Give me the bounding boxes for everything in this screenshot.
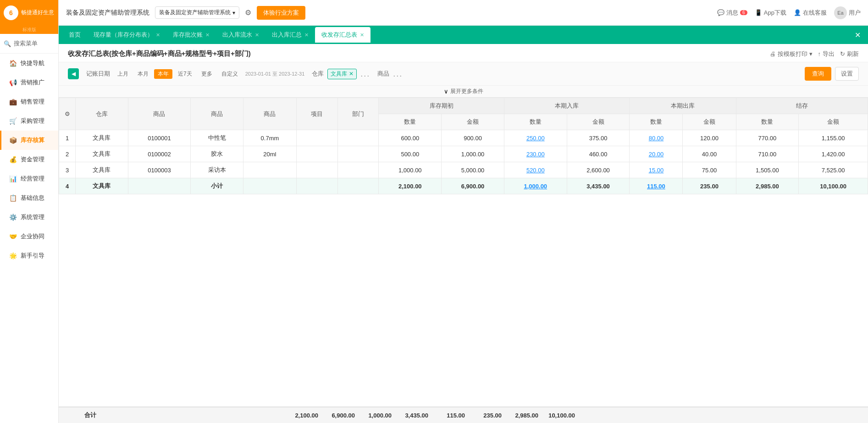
- sidebar-item-label: 系统管理: [21, 213, 44, 221]
- tab-receipt-summary[interactable]: 收发存汇总表 ✕: [315, 27, 370, 43]
- row-out-qty[interactable]: 80.00: [630, 130, 683, 146]
- row-in-qty[interactable]: 250.00: [504, 130, 567, 146]
- goods-filter-section: 商品 ...: [377, 69, 403, 79]
- online-service-button[interactable]: 👤 在线客服: [794, 9, 827, 17]
- col-opening-qty-header: 数量: [379, 114, 442, 130]
- online-service-label: 在线客服: [803, 9, 827, 17]
- row-out-qty[interactable]: 115.00: [630, 178, 683, 194]
- avatar: Ea: [834, 6, 847, 19]
- date-btn-this-year[interactable]: 本年: [154, 69, 172, 79]
- settings-gear-icon[interactable]: ⚙: [245, 8, 251, 17]
- row-no: 3: [59, 162, 76, 178]
- row-balance-qty: 1,505.00: [736, 162, 799, 178]
- mobile-icon: 📱: [755, 9, 762, 16]
- goods-more-icon[interactable]: ...: [393, 69, 403, 79]
- finance-icon: 💰: [9, 155, 17, 164]
- table-row: 1文具库0100001中性笔0.7mm600.00900.00250.00375…: [59, 130, 868, 146]
- row-in-qty[interactable]: 230.00: [504, 146, 567, 162]
- print-button[interactable]: 🖨 按模板打印 ▾: [770, 50, 813, 58]
- row-goods-spec: 0.7mm: [243, 130, 296, 146]
- row-goods-spec: 20ml: [243, 146, 296, 162]
- sidebar-item-new-guide[interactable]: 🌟 新手引导: [0, 246, 58, 265]
- filter-collapse-button[interactable]: ◀: [68, 68, 79, 79]
- refresh-button[interactable]: ↻ 刷新: [840, 50, 859, 58]
- row-out-qty[interactable]: 15.00: [630, 162, 683, 178]
- row-out-qty[interactable]: 20.00: [630, 146, 683, 162]
- tab-close-icon[interactable]: ✕: [205, 32, 210, 38]
- sidebar-item-marketing[interactable]: 📢 营销推广: [0, 73, 58, 92]
- sidebar-item-finance[interactable]: 💰 资金管理: [0, 150, 58, 169]
- expand-conditions-bar[interactable]: ∨ 展开更多条件: [59, 86, 868, 98]
- footer-balance-amt: 10,100.00: [543, 412, 580, 419]
- sidebar-item-sales[interactable]: 💼 销售管理: [0, 92, 58, 111]
- row-in-qty[interactable]: 1,000.00: [504, 178, 567, 194]
- row-in-amt: 460.00: [567, 146, 630, 162]
- sidebar-item-collaboration[interactable]: 🤝 企业协同: [0, 227, 58, 246]
- sidebar-item-label: 资金管理: [21, 155, 44, 164]
- search-menu-button[interactable]: 🔍 搜索菜单: [4, 38, 55, 49]
- page-content: 收发存汇总表(按仓库+商品编码+商品+规格型号+项目+部门) 🖨 按模板打印 ▾…: [59, 44, 868, 423]
- new-guide-icon: 🌟: [9, 252, 17, 260]
- col-settings-header[interactable]: ⚙: [59, 98, 76, 130]
- sidebar: 6 畅捷通好生意 标准版 🔍 搜索菜单 🏠 快捷导航 📢 营销推广 💼 销售管理…: [0, 0, 59, 423]
- app-download-button[interactable]: 📱 App下载: [755, 9, 786, 17]
- warehouse-more-icon[interactable]: ...: [360, 69, 370, 79]
- message-label: 消息: [726, 9, 738, 17]
- row-goods-code: [128, 178, 191, 194]
- tab-bar-close-button[interactable]: ✕: [851, 29, 864, 41]
- row-in-amt: 2,600.00: [567, 162, 630, 178]
- tab-home[interactable]: 首页: [62, 27, 87, 43]
- row-dept: [337, 178, 379, 194]
- trial-button[interactable]: 体验行业方案: [257, 6, 305, 20]
- home-icon: 🏠: [9, 59, 17, 67]
- date-btn-more[interactable]: 更多: [198, 69, 216, 79]
- date-btn-7days[interactable]: 近7天: [174, 69, 196, 79]
- topbar: 装备及固定资产辅助管理系统 装备及固定资产辅助管理系统 ▾ ⚙ 体验行业方案 💬…: [59, 0, 868, 26]
- query-button[interactable]: 查询: [805, 67, 831, 81]
- row-opening-amt: 900.00: [442, 130, 504, 146]
- row-project: [296, 146, 337, 162]
- tab-inventory-dist[interactable]: 现存量（库存分布表） ✕: [87, 27, 166, 43]
- tab-home-label: 首页: [69, 31, 81, 39]
- tab-close-icon[interactable]: ✕: [360, 32, 364, 38]
- sidebar-item-operations[interactable]: 📊 经营管理: [0, 169, 58, 188]
- tab-inout-flow[interactable]: 出入库流水 ✕: [216, 27, 265, 43]
- sidebar-item-system[interactable]: ⚙️ 系统管理: [0, 208, 58, 227]
- main-table: ⚙ 仓库 商品 商品 商品 项目 部门 库存期初 本期入库 本期出库 结存 数量: [59, 98, 868, 194]
- user-label: 用户: [849, 9, 861, 17]
- sidebar-search[interactable]: 🔍 搜索菜单: [0, 34, 58, 54]
- col-goods-code-header: 商品: [128, 98, 191, 130]
- user-menu-button[interactable]: Ea 用户: [834, 6, 861, 19]
- date-btn-this-month[interactable]: 本月: [134, 69, 152, 79]
- warehouse-tag-close-icon[interactable]: ✕: [349, 71, 354, 77]
- col-out-amt-header: 金额: [683, 114, 736, 130]
- system-selector[interactable]: 装备及固定资产辅助管理系统 ▾: [155, 6, 239, 19]
- row-out-amt: 235.00: [683, 178, 736, 194]
- export-button[interactable]: ↑ 导出: [818, 50, 835, 58]
- date-btn-last-month[interactable]: 上月: [114, 69, 132, 79]
- date-range-text: 2023-01-01 至 2023-12-31: [245, 71, 305, 77]
- filter-settings-button[interactable]: 设置: [835, 67, 859, 81]
- message-button[interactable]: 💬 消息 6: [717, 9, 747, 17]
- sidebar-item-quick-nav[interactable]: 🏠 快捷导航: [0, 54, 58, 73]
- logo-icon: 6: [4, 5, 18, 20]
- row-warehouse: 文具库: [76, 178, 128, 194]
- tab-inventory-dist-label: 现存量（库存分布表）: [94, 31, 153, 39]
- tab-inout-summary[interactable]: 出入库汇总 ✕: [265, 27, 315, 43]
- row-balance-amt: 7,525.00: [799, 162, 868, 178]
- sidebar-item-purchase[interactable]: 🛒 采购管理: [0, 111, 58, 131]
- tab-close-icon[interactable]: ✕: [255, 32, 259, 38]
- tab-batch[interactable]: 库存批次账 ✕: [166, 27, 216, 43]
- search-label: 搜索菜单: [14, 39, 38, 48]
- tab-close-icon[interactable]: ✕: [304, 32, 309, 38]
- row-in-qty[interactable]: 520.00: [504, 162, 567, 178]
- sidebar-item-basic-info[interactable]: 📋 基础信息: [0, 188, 58, 208]
- warehouse-tag[interactable]: 文具库 ✕: [327, 69, 357, 79]
- tab-close-icon[interactable]: ✕: [156, 32, 160, 38]
- row-warehouse: 文具库: [76, 162, 128, 178]
- sidebar-item-inventory[interactable]: 📦 库存核算: [0, 131, 58, 150]
- search-icon: 🔍: [4, 40, 11, 47]
- col-in-qty-header: 数量: [504, 114, 567, 130]
- date-btn-custom[interactable]: 自定义: [218, 69, 242, 79]
- version-label: 标准版: [0, 26, 58, 34]
